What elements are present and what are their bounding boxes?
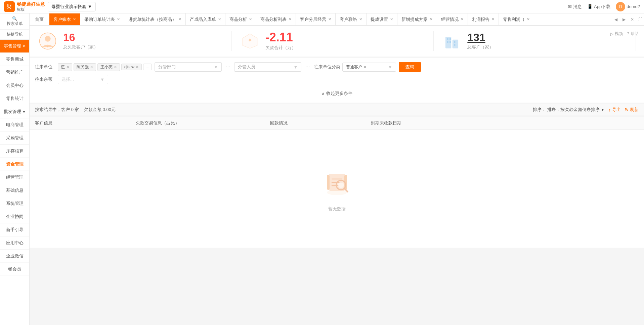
tab-product-inbound[interactable]: 产成品入库单 ✕: [186, 13, 225, 26]
sidebar-item-finance[interactable]: 资金管理: [0, 158, 29, 171]
avatar: D: [616, 2, 625, 11]
empty-state-icon: [320, 166, 354, 199]
col-debt-info: 欠款交易信息（占比）: [136, 120, 270, 126]
tab-product-analysis-list[interactable]: 商品分析列表 ✕: [256, 13, 296, 26]
stat-total-debtors: ¥ 16 总欠款客户（家）: [38, 31, 232, 51]
sidebar-item-retail-stats[interactable]: 零售统计: [0, 92, 29, 105]
logo-icon: 财: [4, 1, 15, 12]
help-button[interactable]: ? 帮助: [627, 31, 639, 37]
sidebar-item-wholesale[interactable]: 批发管理 ▼: [0, 105, 29, 118]
sidebar-item-ecommerce[interactable]: 电商管理: [0, 118, 29, 132]
nav-next-arrow[interactable]: ▶: [620, 13, 628, 26]
sidebar-search-button[interactable]: 🔍 搜索菜单: [0, 13, 29, 30]
user-avatar-button[interactable]: D demo2: [616, 2, 640, 11]
close-tab-icon[interactable]: ✕: [218, 17, 221, 22]
results-actions: 排序： 排序：按欠款金额倒序排序 ▼ ↑ 导出 ↻ 刷新: [533, 107, 639, 113]
close-tab-icon[interactable]: ✕: [178, 17, 181, 22]
person-filter-select[interactable]: 分管人员 ▼: [234, 62, 301, 72]
nav-prev-arrow[interactable]: ◀: [612, 13, 620, 26]
sidebar-item-guide[interactable]: 新手引导: [0, 223, 29, 237]
org-select[interactable]: 母婴行业演示帐套 ▼: [48, 2, 96, 11]
close-tab-icon[interactable]: ✕: [289, 17, 292, 22]
search-icon: 🔍: [12, 16, 17, 21]
video-help-button[interactable]: ▷ 视频: [610, 31, 623, 37]
sidebar-item-wechat[interactable]: 企业微信: [0, 250, 29, 263]
tab-customer-contact[interactable]: 客户联络 ✕: [336, 13, 367, 26]
sidebar-item-marketing[interactable]: 营销推广: [0, 66, 29, 79]
balance-filter-input[interactable]: 选择... ▼: [58, 75, 108, 84]
nav-tabs: 首页 客户账本 ✕ 采购订单统计表 ✕ 进货单统计表（按商品） ✕ 产成品入库单…: [30, 13, 644, 26]
chevron-down-icon: ▼: [88, 4, 92, 9]
chevron-down-icon: ▼: [100, 77, 104, 82]
tab-commission-settings[interactable]: 提成设置 ✕: [367, 13, 397, 26]
nav-close-all[interactable]: ✕: [628, 13, 636, 26]
sidebar-item-member-center[interactable]: 会员中心: [0, 79, 29, 92]
close-tab-icon[interactable]: ✕: [117, 17, 120, 22]
sidebar-item-basic-info[interactable]: 基础信息: [0, 184, 29, 197]
person-filter-dots[interactable]: ···: [304, 64, 311, 70]
sidebar-item-retail-management[interactable]: 零售管理 ▼: [0, 40, 29, 53]
close-tab-icon[interactable]: ✕: [359, 17, 362, 22]
tab-purchase-order-stats[interactable]: 采购订单统计表 ✕: [80, 13, 124, 26]
empty-label: 暂无数据: [328, 206, 346, 212]
tab-business-status[interactable]: 经营情况 ✕: [437, 13, 468, 26]
dept-filter-dots[interactable]: ···: [224, 64, 231, 70]
close-tab-icon[interactable]: ✕: [527, 17, 530, 22]
close-tab-icon[interactable]: ✕: [390, 17, 393, 22]
tab-product-analysis[interactable]: 商品分析 ✕: [225, 13, 256, 26]
svg-point-1: [45, 36, 50, 41]
table-body: 暂无数据: [30, 130, 644, 248]
tab-purchase-stats-by-product[interactable]: 进货单统计表（按商品） ✕: [124, 13, 186, 26]
classify-tag-close[interactable]: ✕: [363, 65, 367, 69]
unit-tags-more[interactable]: …: [143, 64, 152, 70]
close-tab-icon[interactable]: ✕: [491, 17, 495, 22]
sidebar-item-member[interactable]: 畅会员: [0, 263, 29, 276]
tab-customer-ledger[interactable]: 客户账本 ✕: [49, 13, 80, 26]
app-download-button[interactable]: 📱 App下载: [587, 4, 610, 10]
sidebar-item-system[interactable]: 系统管理: [0, 197, 29, 210]
tab-home[interactable]: 首页: [30, 13, 49, 26]
svg-rect-7: [447, 38, 448, 40]
tab-add-commission[interactable]: 新增提成方案 ✕: [397, 13, 437, 26]
sidebar-item-purchase[interactable]: 采购管理: [0, 132, 29, 145]
tab-profit-report[interactable]: 利润报告 ✕: [468, 13, 499, 26]
message-button[interactable]: ✉ 消息: [568, 4, 582, 10]
close-tab-icon[interactable]: ✕: [249, 17, 252, 22]
chevron-down-icon: ▼: [601, 108, 605, 112]
unit-tag-wang-close[interactable]: ✕: [114, 65, 117, 69]
tab-retail-profit[interactable]: 零售利润（ ✕: [499, 13, 534, 26]
chevron-down-icon: ▼: [388, 65, 392, 70]
classify-filter-select[interactable]: 普通客户 ✕ ▼: [342, 63, 396, 72]
tab-customer-tier[interactable]: 客户分层经营 ✕: [296, 13, 336, 26]
collapse-button[interactable]: ∧ 收起更多条件: [317, 88, 356, 99]
svg-rect-12: [454, 44, 455, 46]
sidebar-item-inventory[interactable]: 库存核算: [0, 145, 29, 158]
sidebar-quick-nav[interactable]: 快捷导航: [0, 30, 29, 40]
close-tab-icon[interactable]: ✕: [73, 17, 76, 22]
col-due-date: 到期未收款日期: [371, 120, 639, 126]
sidebar-item-retail-mall[interactable]: 零售商城: [0, 53, 29, 66]
table-header: 客户信息 欠款交易信息（占比） 回款情况 到期未收款日期: [30, 117, 644, 130]
sidebar: 🔍 搜索菜单 快捷导航 零售管理 ▼ 零售商城 营销推广 会员中心 零售统计 批…: [0, 13, 30, 325]
message-icon: ✉: [568, 4, 572, 9]
close-tab-icon[interactable]: ✕: [461, 17, 464, 22]
sort-select[interactable]: 排序： 排序：按欠款金额倒序排序 ▼: [533, 107, 605, 113]
query-button[interactable]: 查询: [399, 62, 421, 72]
sidebar-item-app-center[interactable]: 应用中心: [0, 237, 29, 250]
export-button[interactable]: ↑ 导出: [609, 107, 621, 113]
close-tab-icon[interactable]: ✕: [328, 17, 331, 22]
nav-expand[interactable]: ⛶: [636, 13, 644, 26]
unit-tag-chen-close[interactable]: ✕: [90, 65, 93, 69]
close-tab-icon[interactable]: ✕: [430, 17, 433, 22]
unit-tag-cjttcw-close[interactable]: ✕: [136, 65, 139, 69]
col-repayment: 回款情况: [270, 120, 371, 126]
classify-label: 往来单位分类: [314, 64, 340, 70]
stat-total-customers: 131 总客户（家）: [434, 31, 636, 51]
dept-filter-select[interactable]: 分管部门 ▼: [155, 62, 222, 72]
unit-tag-wu-close[interactable]: ✕: [66, 65, 69, 69]
stat-label-debtors: 总欠款客户（家）: [63, 44, 98, 50]
sidebar-item-enterprise[interactable]: 企业协同: [0, 210, 29, 223]
unit-tag-wu: 伍 ✕: [58, 63, 72, 71]
refresh-button[interactable]: ↻ 刷新: [625, 107, 639, 113]
sidebar-item-operations[interactable]: 经营管理: [0, 171, 29, 184]
